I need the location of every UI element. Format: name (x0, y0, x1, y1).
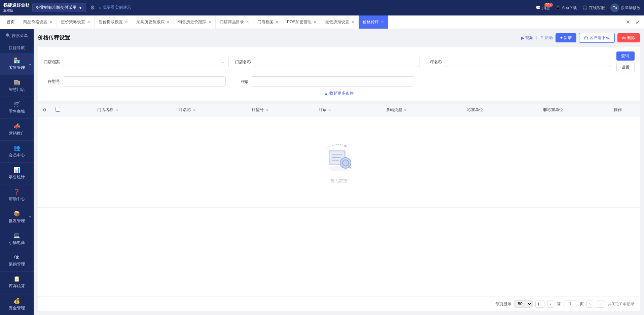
collapse-button[interactable]: ▲ 收起更多条件 (324, 91, 354, 96)
tab-pos-security[interactable]: POS加密管理 ✕ (283, 15, 321, 29)
tab-sale-history[interactable]: 销售历史价跟踪 ✕ (174, 15, 216, 29)
tab-close-store-catalog[interactable]: ✕ (246, 20, 249, 24)
page-actions: ▶ 视频 | ？ 帮助 + 新增 凸 客户端下载 而 删除 (521, 33, 640, 43)
prev-page-btn[interactable]: ‹ (547, 301, 554, 308)
last-page-btn[interactable]: ⊣ (596, 301, 605, 308)
table-container: ⚙ 门店名称 ⇅ 秤名称 (38, 104, 640, 311)
scale-model-input[interactable] (63, 76, 226, 86)
online-service-action[interactable]: 🎧 在线客服 (582, 5, 605, 11)
sidebar-item-retail-stats[interactable]: 📊 零售统计 (0, 163, 34, 184)
sidebar-item-xiao-chang[interactable]: 💻 小畅电商 (0, 228, 34, 250)
version-selector[interactable]: 好业财标准版交付试用 ▼ (32, 3, 86, 12)
sidebar-item-retail-mgmt[interactable]: 🏪 零售管理 (0, 53, 34, 75)
tab-close-purchase-strategy[interactable]: ✕ (87, 20, 90, 24)
delete-button[interactable]: 而 删除 (617, 33, 640, 42)
sidebar-quick-nav[interactable]: 快捷导航 (0, 43, 34, 53)
video-link[interactable]: ▶ 视频 (521, 35, 533, 41)
table-body: 暂无数据 (38, 116, 640, 208)
scale-ip-input[interactable] (251, 76, 414, 86)
th-gear: ⚙ (38, 104, 51, 116)
version-settings-icon[interactable]: ⚙ (89, 3, 96, 12)
download-button[interactable]: 凸 客户端下载 (579, 33, 614, 43)
empty-state: 暂无数据 (40, 120, 637, 204)
sort-barcode-type-icon[interactable]: ⇅ (404, 108, 406, 112)
tab-price-settings[interactable]: 商品价格设置 ✕ (19, 15, 57, 29)
message-action[interactable]: 💬 消息 99+ (536, 5, 550, 11)
tab-min-discount[interactable]: 最低折扣设置 ✕ (321, 15, 359, 29)
tab-close-all-btn[interactable]: ✕ (624, 18, 632, 27)
select-all-checkbox[interactable] (56, 107, 60, 112)
sidebar: 🔍 搜索菜单 快捷导航 🏪 零售管理 🏬 智慧门店 🛒 零售商城 📣 营销推广 … (0, 29, 34, 315)
th-weight-unit: 称重单位 (439, 104, 511, 116)
store-name-input[interactable] (254, 57, 420, 67)
marketing-icon: 📣 (13, 123, 20, 129)
store-archive-dots-icon[interactable]: ··· (219, 57, 228, 67)
sidebar-item-finance[interactable]: 💰 资金管理 (0, 293, 34, 315)
first-page-btn[interactable]: ⊢ (535, 301, 544, 308)
column-settings-icon[interactable]: ⚙ (43, 108, 46, 112)
empty-icon (322, 140, 356, 174)
member-icon: 👥 (13, 145, 20, 151)
th-barcode-type: 条码类型 ⇅ (353, 104, 439, 116)
sidebar-item-marketing[interactable]: 📣 营销推广 (0, 119, 34, 141)
sidebar-item-member[interactable]: 👥 会员中心 (0, 141, 34, 163)
app-download-action[interactable]: 📱 App下载 (556, 5, 577, 11)
tab-bar: 首页 商品价格设置 ✕ 进价策略设置 ✕ 售价提取设置 ✕ 采购历史价跟踪 ✕ … (0, 15, 644, 29)
tab-close-price-settings[interactable]: ✕ (49, 20, 52, 24)
sidebar-item-help[interactable]: ❓ 帮助中心 (0, 184, 34, 206)
tab-price-transfer[interactable]: 价格传秤 ✕ (359, 15, 388, 29)
tab-home[interactable]: 首页 (3, 15, 19, 29)
th-scale-name: 秤名称 ⇅ (151, 104, 224, 116)
table-head: ⚙ 门店名称 ⇅ 秤名称 (38, 104, 640, 116)
collapse-up-icon: ▲ (324, 91, 328, 96)
sidebar-item-purchase[interactable]: 🛍 采购管理 (0, 250, 34, 272)
sidebar-item-smart-store[interactable]: 🏬 智慧门店 (0, 75, 34, 97)
store-name-label: 门店名称 (234, 59, 251, 65)
scale-ip-label: 秤ip (231, 79, 248, 84)
tab-close-sale-price[interactable]: ✕ (125, 20, 128, 24)
help-link[interactable]: ？ 帮助 (540, 35, 553, 41)
sort-scale-ip-icon[interactable]: ⇅ (328, 108, 331, 112)
tab-purchase-strategy[interactable]: 进价策略设置 ✕ (57, 15, 95, 29)
tab-close-price-transfer[interactable]: ✕ (381, 20, 384, 24)
header-right: 💬 消息 99+ 📱 App下载 🎧 在线客服 Ea 徐泽华修改 (536, 3, 641, 12)
sidebar-item-inventory[interactable]: 📋 库存核算 (0, 272, 34, 293)
brand-logo: 畅捷通好业财 标准版 (3, 3, 30, 13)
sidebar-search-area: 🔍 搜索菜单 (0, 29, 34, 43)
tab-close-min-discount[interactable]: ✕ (351, 20, 354, 24)
sort-scale-name-icon[interactable]: ⇅ (193, 108, 195, 112)
tab-close-sale-history[interactable]: ✕ (208, 20, 211, 24)
page-label: 页 (580, 301, 584, 307)
next-page-btn[interactable]: › (586, 301, 593, 308)
sidebar-item-retail-shop[interactable]: 🛒 零售商城 (0, 97, 34, 119)
tab-restore-btn[interactable]: ⤢ (634, 18, 641, 27)
scale-name-label: 秤名称 (425, 59, 442, 65)
page-size-select[interactable]: 10 20 50 100 (514, 300, 533, 308)
sidebar-item-wholesale[interactable]: 📦 批发管理 (0, 206, 34, 228)
page-header: 价格传秤设置 ▶ 视频 | ？ 帮助 + 新增 凸 客户端下载 (38, 33, 640, 43)
sort-store-name-icon[interactable]: ⇅ (115, 108, 118, 112)
retail-shop-icon: 🛒 (13, 101, 20, 107)
store-archive-input[interactable] (63, 60, 219, 64)
query-button[interactable]: 查询 (616, 51, 635, 61)
tab-sale-price[interactable]: 售价提取设置 ✕ (95, 15, 132, 29)
tab-store-archive[interactable]: 门店档案 ✕ (253, 15, 283, 29)
smart-store-icon: 🏬 (13, 79, 20, 85)
scale-name-input[interactable] (445, 57, 611, 67)
tab-close-pos-security[interactable]: ✕ (314, 20, 317, 24)
page-number-input[interactable] (564, 301, 577, 307)
sort-scale-model-icon[interactable]: ⇅ (266, 108, 269, 112)
xiao-chang-icon: 💻 (13, 232, 20, 239)
tab-close-purchase-history[interactable]: ✕ (167, 20, 170, 24)
top-header: 畅捷通好业财 标准版 好业财标准版交付试用 ▼ ⚙ ○ 我要看实例演示 💬 消息… (0, 0, 644, 15)
tab-purchase-history[interactable]: 采购历史价跟踪 ✕ (132, 15, 174, 29)
add-button[interactable]: + 新增 (556, 33, 576, 42)
demo-link[interactable]: ○ 我要看实例演示 (99, 5, 131, 10)
tab-close-store-archive[interactable]: ✕ (276, 20, 279, 24)
user-info[interactable]: Ea 徐泽华修改 (610, 3, 641, 12)
settings-form-button[interactable]: 设置 (616, 63, 635, 72)
search-menu-button[interactable]: 🔍 搜索菜单 (3, 32, 31, 40)
retail-stats-icon: 📊 (13, 167, 20, 173)
tab-store-catalog[interactable]: 门店商品目录 ✕ (216, 15, 253, 29)
message-badge: 99+ (544, 3, 553, 7)
